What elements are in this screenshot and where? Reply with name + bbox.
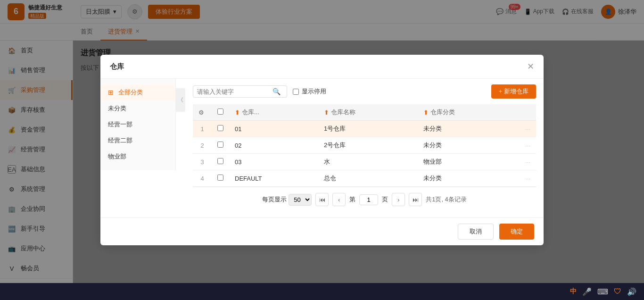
category-dept2[interactable]: 经营二部	[100, 133, 175, 149]
sort-icon-name: ⬆	[324, 109, 329, 116]
row-name: 总仓	[318, 170, 418, 187]
col-settings: ⚙	[193, 104, 212, 121]
zh-input-icon[interactable]: 中	[570, 287, 577, 296]
first-page-button[interactable]: ⏮	[315, 193, 329, 206]
sort-icon-cat: ⬆	[423, 109, 429, 116]
warehouse-table: ⚙ ⬆ 仓库...	[193, 104, 536, 187]
bottom-taskbar: 中 🎤 ⌨ 🛡 🔊	[0, 283, 644, 300]
category-uncategorized[interactable]: 未分类	[100, 100, 175, 117]
page-size-select[interactable]: 50	[289, 194, 312, 206]
grid-icon: ⊞	[108, 89, 114, 96]
modal-overlay: 仓库 ✕ ⊞ 全部分类 未分类 经营一部	[0, 0, 644, 300]
row-more[interactable]: ···	[517, 154, 536, 170]
row-settings: 1	[193, 121, 212, 137]
row-more[interactable]: ···	[517, 170, 536, 187]
volume-icon[interactable]: 🔊	[627, 287, 636, 296]
col-category: ⬆ 仓库分类	[418, 104, 517, 121]
col-code: ⬆ 仓库...	[229, 104, 318, 121]
row-select-checkbox[interactable]	[217, 125, 223, 131]
search-icon: 🔍	[272, 88, 281, 95]
row-checkbox	[212, 137, 229, 154]
row-category: 未分类	[418, 137, 517, 154]
row-category: 物业部	[418, 154, 517, 170]
table-row[interactable]: 3 03 水 物业部 ···	[193, 154, 536, 170]
category-all[interactable]: ⊞ 全部分类	[100, 84, 175, 100]
modal-content: 🔍 显示停用 + 新增仓库 ⚙	[185, 79, 544, 217]
select-all-checkbox[interactable]	[217, 108, 223, 115]
row-more[interactable]: ···	[517, 121, 536, 137]
table-container: ⚙ ⬆ 仓库...	[193, 104, 536, 187]
table-header: ⚙ ⬆ 仓库...	[193, 104, 536, 121]
confirm-button[interactable]: 确定	[499, 224, 534, 240]
row-code: 03	[229, 154, 318, 170]
table-body: 1 01 1号仓库 未分类 ··· 2 02 2	[193, 121, 536, 187]
modal-sidebar-wrapper: ⊞ 全部分类 未分类 经营一部 经营二部 物业部	[100, 79, 185, 217]
row-name: 1号仓库	[318, 121, 418, 137]
row-name: 2号仓库	[318, 137, 418, 154]
category-property[interactable]: 物业部	[100, 149, 175, 165]
search-input[interactable]	[197, 88, 272, 95]
modal-header: 仓库 ✕	[100, 55, 544, 79]
sort-icon: ⬆	[235, 109, 240, 116]
row-checkbox	[212, 121, 229, 137]
table-row[interactable]: 1 01 1号仓库 未分类 ···	[193, 121, 536, 137]
row-checkbox	[212, 170, 229, 187]
warehouse-modal: 仓库 ✕ ⊞ 全部分类 未分类 经营一部	[100, 55, 544, 245]
row-name: 水	[318, 154, 418, 170]
row-select-checkbox[interactable]	[217, 175, 223, 181]
modal-title: 仓库	[110, 62, 124, 71]
cancel-button[interactable]: 取消	[458, 224, 494, 240]
row-category: 未分类	[418, 121, 517, 137]
row-code: 01	[229, 121, 318, 137]
modal-close-button[interactable]: ✕	[527, 61, 534, 72]
show-disabled-checkbox-label[interactable]: 显示停用	[293, 87, 326, 96]
modal-toolbar: 🔍 显示停用 + 新增仓库	[193, 84, 536, 99]
category-dept1[interactable]: 经营一部	[100, 117, 175, 133]
row-select-checkbox[interactable]	[217, 142, 223, 148]
mic-icon[interactable]: 🎤	[582, 287, 592, 296]
page-total: 共1页, 4条记录	[426, 195, 467, 204]
modal-sidebar: ⊞ 全部分类 未分类 经营一部 经营二部 物业部	[100, 79, 176, 170]
row-select-checkbox[interactable]	[217, 158, 223, 164]
page-size-selector: 每页显示 50	[262, 194, 312, 206]
row-more[interactable]: ···	[517, 137, 536, 154]
pagination-bar: 每页显示 50 ⏮ ‹ 第 页 › ⏭ 共1页, 4条记录	[193, 187, 536, 212]
next-page-button[interactable]: ›	[392, 193, 405, 206]
col-checkbox	[212, 104, 229, 121]
row-checkbox	[212, 154, 229, 170]
prev-page-button[interactable]: ‹	[332, 193, 346, 206]
sidebar-collapse-button[interactable]: 《	[176, 88, 185, 112]
modal-body: ⊞ 全部分类 未分类 经营一部 经营二部 物业部	[100, 79, 544, 217]
keyboard-icon[interactable]: ⌨	[597, 287, 608, 296]
modal-footer: 取消 确定	[100, 217, 544, 245]
col-actions	[517, 104, 536, 121]
show-disabled-checkbox[interactable]	[293, 89, 299, 95]
search-input-wrap: 🔍	[193, 85, 287, 98]
row-settings: 3	[193, 154, 212, 170]
col-name: ⬆ 仓库名称	[318, 104, 418, 121]
row-code: DEFAULT	[229, 170, 318, 187]
new-warehouse-button[interactable]: + 新增仓库	[491, 84, 536, 99]
page-number-input[interactable]	[359, 194, 378, 205]
row-settings: 4	[193, 170, 212, 187]
shield-icon[interactable]: 🛡	[614, 287, 621, 296]
last-page-button[interactable]: ⏭	[409, 193, 422, 206]
row-settings: 2	[193, 137, 212, 154]
row-category: 未分类	[418, 170, 517, 187]
gear-icon[interactable]: ⚙	[198, 109, 204, 116]
table-row[interactable]: 4 DEFAULT 总仓 未分类 ···	[193, 170, 536, 187]
row-code: 02	[229, 137, 318, 154]
table-row[interactable]: 2 02 2号仓库 未分类 ···	[193, 137, 536, 154]
